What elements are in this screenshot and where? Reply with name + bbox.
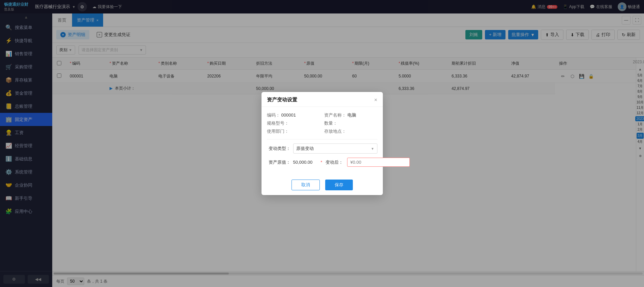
modal-quantity-item: 数量： <box>324 120 377 126</box>
modal-header: 资产变动设置 × <box>262 92 383 107</box>
modal-after-input[interactable] <box>347 158 410 167</box>
modal-close-btn[interactable]: × <box>374 97 377 103</box>
modal-change-type-arrow: ▼ <box>371 147 374 151</box>
modal-body: 编码： 000001 资产名称： 电脑 规格型号： 数量： 使用部门： <box>262 107 383 176</box>
modal-required-star: * <box>320 160 322 165</box>
modal-footer: 取消 保存 <box>262 176 383 195</box>
modal-value-row: 资产原值： 50,000.00 * 变动后： <box>267 158 377 167</box>
modal-save-btn[interactable]: 保存 <box>325 180 353 190</box>
modal-change-type-value: 原值变动 <box>296 146 314 152</box>
modal-change-type-label: 变动类型： <box>267 146 290 152</box>
modal-after-label: 变动后： <box>326 159 343 165</box>
modal-code-label: 编码： <box>267 112 280 118</box>
modal-cancel-btn[interactable]: 取消 <box>292 180 320 190</box>
modal-location-label: 存放地点： <box>324 128 346 134</box>
modal-location-item: 存放地点： <box>324 128 377 134</box>
modal-original-value-value: 50,000.00 <box>293 160 313 165</box>
modal-spec-label: 规格型号： <box>267 120 289 126</box>
save-label: 保存 <box>335 182 343 187</box>
modal-name-label: 资产名称： <box>324 112 346 118</box>
modal-code-value: 000001 <box>281 113 296 118</box>
modal-divider <box>267 139 377 139</box>
modal-dept-item: 使用部门： <box>267 128 320 134</box>
modal-quantity-label: 数量： <box>324 120 337 126</box>
modal-change-type-field[interactable]: 原值变动 ▼ <box>293 144 377 154</box>
modal-name-item: 资产名称： 电脑 <box>324 112 377 118</box>
modal-overlay[interactable]: 资产变动设置 × 编码： 000001 资产名称： 电脑 规格型号： 数量： <box>0 0 644 287</box>
modal-code-item: 编码： 000001 <box>267 112 320 118</box>
modal-spec-item: 规格型号： <box>267 120 320 126</box>
asset-change-modal: 资产变动设置 × 编码： 000001 资产名称： 电脑 规格型号： 数量： <box>262 92 383 195</box>
modal-original-value-label: 资产原值： <box>267 159 290 165</box>
modal-info-grid: 编码： 000001 资产名称： 电脑 规格型号： 数量： 使用部门： <box>267 112 377 134</box>
modal-name-value: 电脑 <box>347 112 356 118</box>
modal-dept-label: 使用部门： <box>267 128 289 134</box>
modal-change-type-row: 变动类型： 原值变动 ▼ <box>267 144 377 154</box>
modal-title: 资产变动设置 <box>267 97 297 103</box>
cancel-label: 取消 <box>301 182 310 187</box>
